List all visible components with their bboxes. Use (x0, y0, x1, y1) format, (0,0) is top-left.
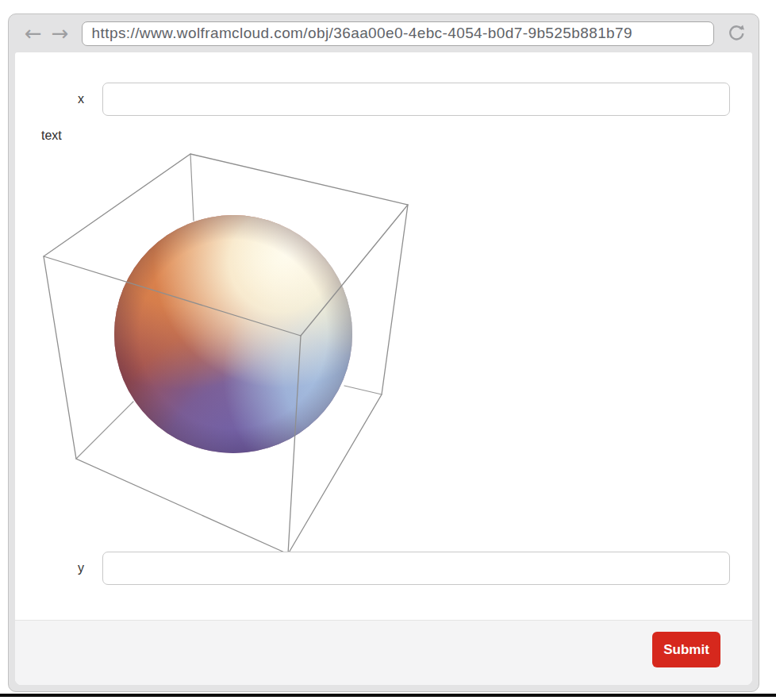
reload-icon-svg (727, 24, 746, 43)
form-footer: Submit (15, 620, 752, 685)
browser-window: ← → https://www.wolframcloud.com/obj/36a… (8, 13, 759, 692)
sphere-3d-plot[interactable] (25, 144, 421, 564)
x-input[interactable] (102, 83, 730, 116)
back-arrow-icon[interactable]: ← (25, 23, 42, 44)
url-bar[interactable]: https://www.wolframcloud.com/obj/36aa00e… (82, 21, 714, 46)
y-input[interactable] (102, 552, 730, 585)
sphere-graphic-svg (25, 144, 421, 564)
text-label: text (41, 129, 62, 143)
x-field-label: x (71, 83, 91, 116)
reload-icon[interactable] (727, 24, 746, 43)
url-text: https://www.wolframcloud.com/obj/36aa00e… (92, 25, 632, 42)
sphere-surface (114, 215, 352, 453)
forward-arrow-icon[interactable]: → (52, 23, 69, 44)
y-field-label: y (71, 552, 91, 585)
browser-toolbar: ← → https://www.wolframcloud.com/obj/36a… (9, 14, 759, 52)
page-content: x text (15, 52, 752, 685)
submit-button[interactable]: Submit (652, 632, 720, 667)
window-bottom-edge (0, 694, 776, 697)
